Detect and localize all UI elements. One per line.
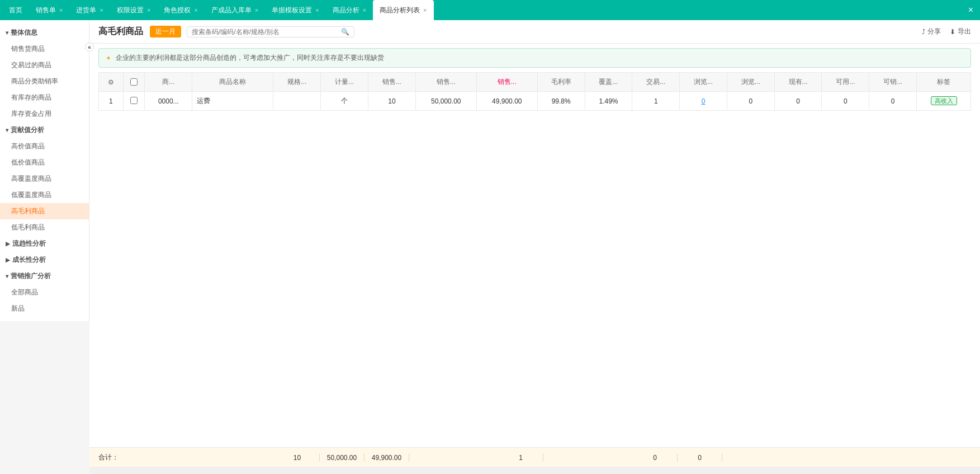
close-role-tab[interactable]: × [194,7,197,13]
col-settings[interactable]: ⚙ [99,73,124,92]
footer-cells: 10 50,000.00 49,900.00 1 0 0 [130,454,971,462]
nav-tab-permission[interactable]: 权限设置 × [110,0,157,20]
table-wrapper[interactable]: ⚙ 商... 商品名称 规格... [89,72,980,447]
sidebar-item-low-margin[interactable]: 低毛利商品 [0,219,89,236]
col-checkbox[interactable] [123,73,145,92]
nav-tab-purchase[interactable]: 进货单 × [69,0,110,20]
search-box: 🔍 [187,26,354,37]
search-icon[interactable]: 🔍 [341,28,349,36]
arrow-marketing: ▾ [6,273,8,279]
sidebar-wrapper: ▾ 整体信息 销售货商品 交易过的商品 商品分类助销率 有库存的商品 库存资金占… [0,20,89,474]
col-spec[interactable]: 规格... [273,73,321,92]
table-header-row: ⚙ 商... 商品名称 规格... [99,73,971,92]
nav-tab-home[interactable]: 首页 [2,0,29,20]
close-sales-tab[interactable]: × [59,7,63,13]
row-sale-amount: 50,000.00 [415,92,476,111]
col-code[interactable]: 商... [145,73,192,92]
col-tag[interactable]: 标签 [917,73,971,92]
row-sale-profit: 49,900.00 [476,92,537,111]
col-sale-qty[interactable]: 销售... [368,73,416,92]
row-checkbox[interactable] [123,92,145,111]
close-analysislist-tab[interactable]: × [423,7,427,13]
sidebar-group-overview[interactable]: ▾ 整体信息 [0,25,89,41]
col-saleable[interactable]: 可销... [869,73,917,92]
table-row: 1 0000... 运费 个 10 50,000.00 49,900.00 99… [99,92,971,111]
footer-available: 0 [678,454,722,462]
select-all-checkbox[interactable] [130,78,138,86]
col-coverage[interactable]: 覆盖... [585,73,632,92]
arrow-overview: ▾ [6,30,8,36]
sidebar-group-contribution[interactable]: ▾ 贡献值分析 [0,122,89,138]
share-button[interactable]: ⤴ 分享 [922,27,941,36]
footer-sale-qty: 10 [275,454,320,462]
row-current: 0 [774,92,822,111]
nav-tab-role[interactable]: 角色授权 × [157,0,204,20]
col-sale-profit[interactable]: 销售... [476,73,537,92]
nav-tab-analysis-list[interactable]: 商品分析列表 × [373,0,433,20]
header-actions: ⤴ 分享 ⬇ 导出 [922,27,971,36]
sidebar-item-high-margin[interactable]: 高毛利商品 [0,203,89,219]
footer-bar: 合计： 10 50,000.00 49,900.00 1 0 0 [89,447,980,467]
row-select-checkbox[interactable] [130,97,138,104]
nav-tab-analysis[interactable]: 商品分析 × [326,0,373,20]
time-filter-button[interactable]: 近一月 [150,26,181,37]
nav-tab-sales[interactable]: 销售单 × [29,0,69,20]
col-unit[interactable]: 计量... [321,73,368,92]
top-nav: 首页 销售单 × 进货单 × 权限设置 × 角色授权 × 产成品入库单 × 单据… [0,0,980,20]
page-title: 高毛利商品 [98,26,143,37]
export-button[interactable]: ⬇ 导出 [950,27,971,36]
sidebar-item-low-value[interactable]: 低价值商品 [0,154,89,171]
nav-tab-product-in[interactable]: 产成品入库单 × [205,0,265,20]
col-name[interactable]: 商品名称 [192,73,273,92]
sidebar-group-growth[interactable]: ▶ 成长性分析 [0,252,89,268]
sidebar-item-sale-goods[interactable]: 销售货商品 [0,41,89,57]
nav-tab-template[interactable]: 单据模板设置 × [265,0,325,20]
sidebar-item-stock-goods[interactable]: 有库存的商品 [0,90,89,106]
arrow-contribution: ▾ [6,127,8,133]
sidebar-item-high-value[interactable]: 高价值商品 [0,138,89,154]
sidebar: ▾ 整体信息 销售货商品 交易过的商品 商品分类助销率 有库存的商品 库存资金占… [0,20,89,321]
close-purchase-tab[interactable]: × [100,7,103,13]
footer-sale-amount: 50,000.00 [320,454,364,462]
col-current[interactable]: 现有... [774,73,822,92]
arrow-trend: ▶ [6,241,10,247]
col-available[interactable]: 可用... [822,73,869,92]
info-banner: ✦ 企业的主要的利润都是这部分商品创造的，可考虑加大推广，同时关注库存是不要出现… [98,48,971,68]
search-input[interactable] [192,28,341,36]
close-analysis-tab[interactable]: × [363,7,366,13]
sidebar-item-new-goods[interactable]: 新品 [0,301,89,317]
sidebar-item-category-rate[interactable]: 商品分类助销率 [0,73,89,90]
close-permission-tab[interactable]: × [147,7,150,13]
data-table: ⚙ 商... 商品名称 规格... [98,72,971,111]
col-gross-margin[interactable]: 毛利率 [537,73,585,92]
col-browse1[interactable]: 浏览... [680,73,727,92]
close-productin-tab[interactable]: × [255,7,258,13]
content-area: 高毛利商品 近一月 🔍 ⤴ 分享 ⬇ 导出 ✦ 企业的主要的利润都是这部分商品创… [89,20,980,474]
content-header: 高毛利商品 近一月 🔍 ⤴ 分享 ⬇ 导出 [89,20,980,44]
row-spec [273,92,321,111]
arrow-growth: ▶ [6,257,10,263]
row-unit: 个 [321,92,368,111]
window-close-button[interactable]: × [964,5,978,15]
sidebar-group-marketing[interactable]: ▾ 营销推广分析 [0,268,89,284]
footer-total-label: 合计： [98,453,119,462]
col-sale-amount[interactable]: 销售... [415,73,476,92]
col-tx-count[interactable]: 交易... [632,73,680,92]
row-tag: 高收入 [917,92,971,111]
sidebar-collapse-button[interactable]: « [85,43,94,51]
sidebar-item-low-coverage[interactable]: 低覆盖度商品 [0,187,89,203]
footer-tx-count: 1 [499,454,543,462]
horizontal-scrollbar[interactable] [89,467,980,474]
sidebar-item-traded-goods[interactable]: 交易过的商品 [0,57,89,73]
row-browse2: 0 [727,92,774,111]
row-browse1[interactable]: 0 [680,92,727,111]
sidebar-group-trend[interactable]: ▶ 流趋性分析 [0,236,89,252]
main-area: ▾ 整体信息 销售货商品 交易过的商品 商品分类助销率 有库存的商品 库存资金占… [0,20,980,474]
footer-sale-profit: 49,900.00 [364,454,409,462]
col-browse2[interactable]: 浏览... [727,73,774,92]
footer-current: 0 [633,454,678,462]
sidebar-item-all-goods[interactable]: 全部商品 [0,284,89,301]
sidebar-item-high-coverage[interactable]: 高覆盖度商品 [0,171,89,187]
close-template-tab[interactable]: × [315,7,319,13]
sidebar-item-stock-capital[interactable]: 库存资金占用 [0,106,89,122]
